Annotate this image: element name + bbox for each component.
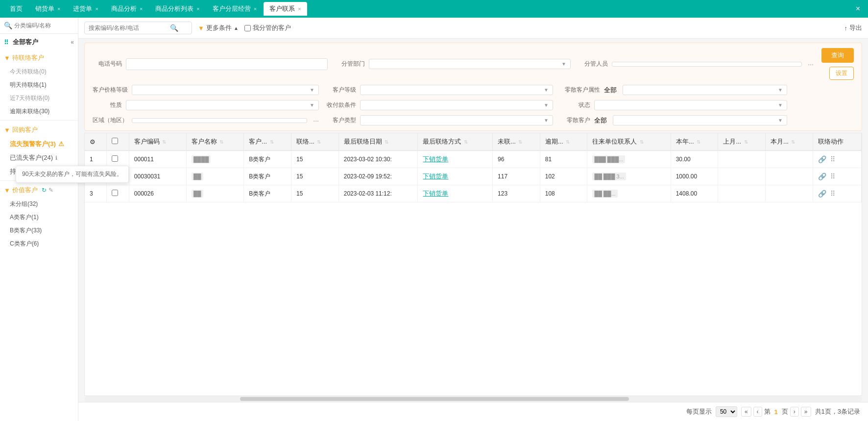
select-all-checkbox[interactable]	[112, 138, 118, 144]
warning-icon: ⚠	[58, 140, 64, 148]
sidebar-item-overdue[interactable]: 逾期未联络(30)	[0, 105, 78, 118]
nav-tab-purchase-close[interactable]: ×	[95, 6, 98, 12]
customer-type-arrow-icon: ▼	[544, 118, 549, 123]
next-page-btn[interactable]: ›	[790, 407, 799, 417]
nav-tab-analysis-list[interactable]: 商品分析列表 ×	[149, 2, 205, 16]
row-checkbox-0[interactable]	[112, 155, 118, 162]
sidebar-group-repurchase[interactable]: ▼ 回购客户	[0, 123, 78, 137]
department-select[interactable]: ▼	[369, 59, 571, 69]
sidebar-item-today[interactable]: 今天待联络(0)	[0, 65, 78, 78]
collapse-icon[interactable]: «	[71, 39, 74, 46]
td-checkbox-2[interactable]	[106, 185, 129, 202]
filter-field-retail-attr: 零散客户属性 全部 ▼	[561, 85, 787, 95]
customer-level-select[interactable]: ▼	[360, 85, 553, 95]
nav-tab-sales[interactable]: 销货单 ×	[29, 2, 66, 16]
sidebar-search-input[interactable]	[14, 22, 78, 29]
last-month-sort-icon[interactable]: ⇅	[744, 139, 748, 145]
nav-tab-customer-contact[interactable]: 客户联系 ×	[264, 2, 307, 16]
nature-select[interactable]: ▼	[126, 100, 319, 110]
nav-home[interactable]: 首页	[4, 2, 28, 16]
my-customers-checkbox-area[interactable]: 我分管的客户	[244, 24, 291, 32]
action-link-icon-0[interactable]: 🔗	[818, 155, 826, 163]
first-page-btn[interactable]: «	[741, 407, 751, 417]
price-level-select[interactable]: ▼	[132, 85, 319, 95]
nav-tab-analysis-close[interactable]: ×	[140, 6, 143, 12]
region-dots[interactable]: ···	[313, 117, 319, 124]
action-link-icon-2[interactable]: 🔗	[818, 190, 826, 198]
region-select[interactable]	[132, 118, 307, 123]
code-sort-icon[interactable]: ⇅	[162, 139, 166, 145]
contact-person-sort-icon[interactable]: ⇅	[640, 139, 644, 145]
customer-type-select[interactable]: ▼	[360, 115, 553, 125]
grid-icon: ⠿	[4, 39, 9, 46]
td-last-date-0: 2023-03-02 10:30:	[338, 150, 418, 168]
last-contact-date-sort-icon[interactable]: ⇅	[385, 139, 388, 145]
horizontal-scrollbar[interactable]	[84, 396, 862, 402]
sidebar-item-ungrouped[interactable]: 未分组(32)	[0, 198, 78, 211]
sidebar-search-area: 🔍	[0, 18, 78, 34]
action-grid-icon-0[interactable]: ⠿	[830, 155, 835, 163]
manager-dots[interactable]: ···	[808, 60, 814, 68]
nav-tab-customer-segment[interactable]: 客户分层经营 ×	[207, 2, 263, 16]
more-conditions-btn[interactable]: ▼ 更多条件 ▲	[198, 24, 239, 32]
prev-page-btn[interactable]: ‹	[753, 407, 762, 417]
my-customers-checkbox[interactable]	[244, 25, 251, 31]
payment-select[interactable]: ▼	[360, 100, 553, 110]
th-this-year-label: 本年...	[676, 138, 694, 145]
phone-input[interactable]	[126, 58, 328, 70]
this-month-sort-icon[interactable]: ⇅	[791, 139, 795, 145]
last-method-link-2[interactable]: 下销货单	[423, 190, 448, 197]
action-grid-icon-1[interactable]: ⠿	[830, 173, 835, 180]
retail-customer-select[interactable]: ▼	[613, 115, 787, 125]
nav-tab-analysis-list-close[interactable]: ×	[196, 6, 199, 12]
type-sort-icon[interactable]: ⇅	[270, 139, 274, 145]
per-page-select[interactable]: 50	[716, 406, 737, 417]
sidebar-item-a-class[interactable]: A类客户(1)	[0, 211, 78, 224]
retail-attr-select[interactable]: ▼	[623, 85, 787, 95]
name-sort-icon[interactable]: ⇅	[219, 139, 223, 145]
settings-gear-icon[interactable]: ⚙	[90, 138, 96, 146]
sidebar-group-pending[interactable]: ▼ 待联络客户	[0, 50, 78, 65]
sidebar-item-b-class[interactable]: B类客户(33)	[0, 224, 78, 237]
sidebar-item-tomorrow[interactable]: 明天待联络(1)	[0, 78, 78, 92]
nav-tab-customer-contact-close[interactable]: ×	[298, 6, 301, 12]
nav-tab-analysis[interactable]: 商品分析 ×	[105, 2, 148, 16]
last-method-link-0[interactable]: 下销货单	[423, 155, 448, 163]
search-icon[interactable]: 🔍	[170, 24, 178, 32]
sidebar-group-value[interactable]: ▼ 价值客户 ↻ ✎	[0, 183, 78, 198]
value-group-refresh-icon[interactable]: ↻	[42, 187, 47, 194]
sidebar-all-customers-header[interactable]: ⠿ 全部客户 «	[0, 34, 78, 50]
query-button[interactable]: 查询	[821, 48, 854, 63]
nav-tab-customer-segment-close[interactable]: ×	[254, 6, 257, 12]
filter-icon: ▼	[198, 25, 204, 32]
nav-tab-purchase[interactable]: 进货单 ×	[67, 2, 104, 16]
settings-button[interactable]: 设置	[829, 67, 854, 80]
td-overdue-1: 102	[540, 168, 587, 185]
td-last-method-2[interactable]: 下销货单	[418, 185, 493, 202]
last-method-link-1[interactable]: 下销货单	[423, 173, 448, 180]
last-page-btn[interactable]: »	[801, 407, 811, 417]
th-settings[interactable]: ⚙	[85, 133, 106, 150]
export-button[interactable]: ↑ 导出	[844, 24, 863, 32]
td-last-method-1[interactable]: 下销货单	[418, 168, 493, 185]
contact-sort-icon[interactable]: ⇅	[317, 139, 321, 145]
nav-tab-sales-close[interactable]: ×	[57, 6, 60, 12]
sidebar-item-churn-warning[interactable]: 流失预警客户(3) ⚠	[0, 137, 78, 151]
sidebar-item-c-class[interactable]: C类客户(6)	[0, 237, 78, 250]
status-select[interactable]: ▼	[594, 100, 787, 110]
close-all-button[interactable]: ×	[852, 4, 864, 13]
action-grid-icon-2[interactable]: ⠿	[830, 190, 835, 198]
overdue-sort-icon[interactable]: ⇅	[566, 139, 570, 145]
this-year-sort-icon[interactable]: ⇅	[697, 139, 700, 145]
row-checkbox-2[interactable]	[112, 190, 118, 196]
sidebar-item-churned[interactable]: 已流失客户(24) ℹ	[0, 151, 78, 165]
value-group-edit-icon[interactable]: ✎	[48, 187, 53, 194]
uncontacted-sort-icon[interactable]: ⇅	[518, 139, 522, 145]
manager-select[interactable]	[612, 62, 802, 67]
last-contact-method-sort-icon[interactable]: ⇅	[464, 139, 468, 145]
sidebar-item-7days[interactable]: 近7天待联络(0)	[0, 92, 78, 105]
search-input[interactable]	[89, 25, 167, 31]
scroll-thumb[interactable]	[240, 397, 629, 401]
action-link-icon-1[interactable]: 🔗	[818, 173, 826, 180]
td-last-method-0[interactable]: 下销货单	[418, 150, 493, 168]
